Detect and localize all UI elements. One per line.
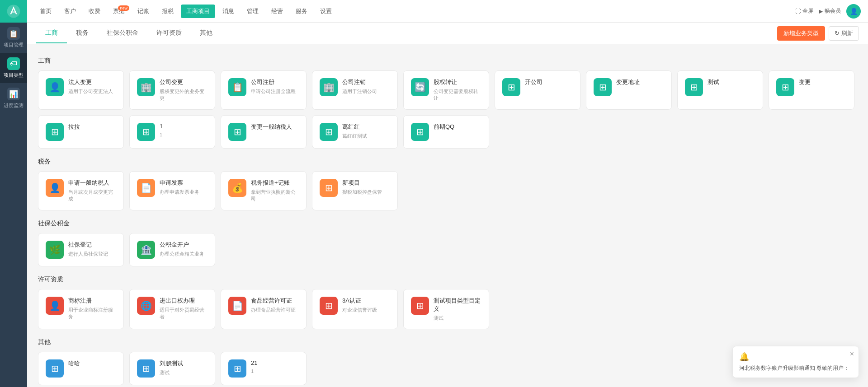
progress-monitor-icon: 📊 [7, 88, 20, 100]
card-trademark[interactable]: 👤 商标注册 用于企业商标注册服务 [38, 289, 124, 329]
new-type-button[interactable]: 新增业务类型 [777, 26, 825, 41]
card-company-cancel[interactable]: 🏢 公司注销 适用于注销公司 [312, 70, 398, 110]
card-company-register[interactable]: 📋 公司注册 申请公司注册全流程 [221, 70, 307, 110]
nav-management[interactable]: 管理 [241, 5, 264, 18]
sidebar-item-project-mgmt[interactable]: 📋 项目管理 [0, 23, 27, 53]
user-avatar[interactable]: 👤 [846, 4, 861, 19]
nav-tax[interactable]: 报税 [156, 5, 179, 18]
card-desc-apply-taxpayer: 当月或次月成变更完成 [68, 189, 116, 203]
card-icon-change-taxpayer: ⊞ [228, 123, 246, 141]
card-change-address[interactable]: ⊞ 变更地址 [586, 70, 672, 110]
card-desc-legal-change: 适用于公司变更法人 [68, 88, 116, 95]
card-desc-liupeng-test: 测试 [160, 369, 208, 376]
notification-text: 河北税务数字账户升级影响通知 尊敬的用户： [739, 364, 852, 372]
play-icon: ▶ [819, 8, 823, 14]
card-num21[interactable]: ⊞ 21 1 [221, 352, 307, 385]
fullscreen-btn[interactable]: ⛶ 全屏 [795, 7, 813, 15]
subtab-social-fund[interactable]: 社保公积金 [98, 23, 147, 43]
card-icon-social-register: 🌿 [46, 241, 64, 259]
industry-card-grid: 👤 法人变更 适用于公司变更法人 🏢 公司变更 股权变更外的业务变更 📋 [38, 70, 857, 149]
subtab-tax[interactable]: 税务 [67, 23, 98, 43]
nav-right: ⛶ 全屏 ▶ 畅会员 👤 [795, 4, 861, 19]
card-icon-open-company: ⊞ [502, 78, 520, 96]
nav-billing[interactable]: 收费 [83, 5, 106, 18]
card-test-project-type[interactable]: ⊞ 测试项目类型目定义 测试 [403, 289, 489, 329]
sidebar-item-project-type[interactable]: 🏷 项目类型 [0, 53, 27, 83]
card-test[interactable]: ⊞ 测试 [677, 70, 763, 110]
card-company-change[interactable]: 🏢 公司变更 股权变更外的业务变更 [129, 70, 215, 110]
member-btn[interactable]: ▶ 畅会员 [819, 7, 841, 15]
sidebar-item-progress-monitor[interactable]: 📊 进度监测 [0, 83, 27, 113]
nav-operations[interactable]: 经营 [266, 5, 288, 18]
sub-tabs-actions: 新增业务类型 ↻ 刷新 [777, 26, 859, 41]
card-icon-apply-invoice: 📄 [137, 179, 155, 197]
nav-customers[interactable]: 客户 [59, 5, 81, 18]
card-title-equity-transfer: 股权转让 [434, 78, 481, 86]
card-icon-equity-transfer: 🔄 [411, 78, 429, 96]
card-desc-import-export: 适用于对外贸易经营者 [160, 307, 208, 321]
card-front-qq[interactable]: ⊞ 前期QQ [403, 115, 489, 149]
card-change[interactable]: ⊞ 变更 [769, 70, 854, 110]
card-legal-change[interactable]: 👤 法人变更 适用于公司变更法人 [38, 70, 124, 110]
card-change-taxpayer[interactable]: ⊞ 变更一般纳税人 [221, 115, 307, 149]
card-title-liupeng-test: 刘鹏测试 [160, 359, 208, 368]
card-desc-equity-transfer: 公司变更需要股权转让 [434, 88, 481, 102]
fullscreen-icon: ⛶ [795, 8, 801, 14]
card-apply-invoice[interactable]: 📄 申请发票 办理申请发票业务 [129, 171, 215, 210]
sidebar-item-label: 进度监测 [4, 102, 24, 109]
nav-messages[interactable]: 消息 [217, 5, 240, 18]
card-food-permit[interactable]: 📄 食品经营许可证 办理食品经营许可证 [221, 289, 307, 329]
card-social-register[interactable]: 🌿 社保登记 进行人员社保登记 [38, 233, 124, 266]
card-desc-company-cancel: 适用于注销公司 [342, 88, 390, 95]
tax-card-grid: 👤 申请一般纳税人 当月或次月成变更完成 📄 申请发票 办理申请发票业务 💰 [38, 171, 857, 210]
card-lala[interactable]: ⊞ 拉拉 [38, 115, 124, 149]
subtab-industry[interactable]: 工商 [36, 23, 67, 43]
nav-settings[interactable]: 设置 [315, 5, 337, 18]
card-desc-trademark: 用于企业商标注册服务 [68, 307, 116, 321]
card-icon-liupeng-test: ⊞ [137, 359, 155, 378]
card-import-export[interactable]: 🌐 进出口权办理 适用于对外贸易经营者 [129, 289, 215, 329]
new-badge: new [118, 5, 129, 11]
card-haha[interactable]: ⊞ 哈哈 [38, 352, 124, 385]
card-new-project[interactable]: ⊞ 新项目 报税加税控盘保管 [312, 171, 398, 210]
card-num1[interactable]: ⊞ 1 1 [129, 115, 215, 149]
subtab-other[interactable]: 其他 [191, 23, 222, 43]
card-icon-3a-cert: ⊞ [320, 297, 338, 315]
sidebar-item-label: 项目类型 [4, 72, 24, 79]
card-title-tax-report: 税务报道+记账 [251, 179, 299, 187]
card-liupeng-test[interactable]: ⊞ 刘鹏测试 测试 [129, 352, 215, 385]
card-icon-legal-change: 👤 [46, 78, 64, 96]
nav-services[interactable]: 服务 [290, 5, 313, 18]
notification-icon: 🔔 [739, 352, 852, 362]
notification-close-button[interactable]: × [850, 350, 854, 358]
nav-tickets[interactable]: 票据 new [108, 5, 130, 18]
card-tax-report[interactable]: 💰 税务报道+记账 拿到营业执照的新公司 [221, 171, 307, 210]
card-title-legal-change: 法人变更 [68, 78, 116, 86]
nav-accounting[interactable]: 记账 [132, 5, 155, 18]
card-title-import-export: 进出口权办理 [160, 297, 208, 305]
card-desc-company-register: 申请公司注册全流程 [251, 88, 299, 95]
card-gehonghong[interactable]: ⊞ 葛红红 葛红红测试 [312, 115, 398, 149]
refresh-button[interactable]: ↻ 刷新 [829, 26, 859, 41]
nav-industry[interactable]: 工商项目 [181, 5, 215, 18]
nav-home[interactable]: 首页 [34, 5, 57, 18]
card-icon-trademark: 👤 [46, 297, 64, 315]
notification-popup: × 🔔 河北税务数字账户升级影响通知 尊敬的用户： [732, 346, 859, 378]
card-icon-import-export: 🌐 [137, 297, 155, 315]
card-apply-taxpayer[interactable]: 👤 申请一般纳税人 当月或次月成变更完成 [38, 171, 124, 210]
project-type-icon: 🏷 [7, 57, 20, 70]
card-title-front-qq: 前期QQ [434, 123, 481, 131]
page-content: 工商 👤 法人变更 适用于公司变更法人 🏢 公司变更 股权变更外的业务变更 [27, 44, 868, 387]
card-icon-front-qq: ⊞ [411, 123, 429, 141]
card-desc-new-project: 报税加税控盘保管 [342, 189, 390, 196]
card-3a-cert[interactable]: ⊞ 3A认证 对企业信誉评级 [312, 289, 398, 329]
section-title-social: 社保公积金 [38, 219, 857, 228]
card-fund-open[interactable]: 🏦 公积金开户 办理公积金相关业务 [129, 233, 215, 266]
card-icon-num21: ⊞ [228, 359, 246, 378]
sidebar-logo[interactable] [0, 0, 27, 23]
refresh-icon: ↻ [835, 30, 840, 37]
subtab-permit[interactable]: 许可资质 [147, 23, 191, 43]
card-open-company[interactable]: ⊞ 开公司 [495, 70, 580, 110]
card-icon-food-permit: 📄 [228, 297, 246, 315]
card-equity-transfer[interactable]: 🔄 股权转让 公司变更需要股权转让 [403, 70, 489, 110]
